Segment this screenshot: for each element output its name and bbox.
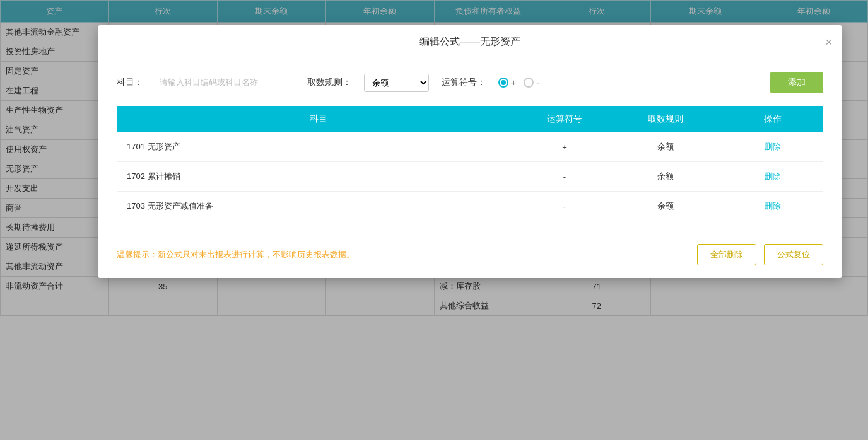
modal-title: 编辑公式——无形资产 xyxy=(419,35,520,49)
formula-table-row: 1701 无形资产 + 余额 删除 xyxy=(117,132,823,162)
delete-all-button[interactable]: 全部删除 xyxy=(697,244,756,265)
footer-buttons: 全部删除 公式复位 xyxy=(697,244,823,265)
radio-plus-label: + xyxy=(511,78,516,88)
edit-formula-modal: 编辑公式——无形资产 × 科目： 取数规则： 余额 借方 贷方 借方发生额 贷方… xyxy=(98,25,842,278)
rule-select[interactable]: 余额 借方 贷方 借方发生额 贷方发生额 xyxy=(364,74,429,92)
delete-link-0[interactable]: 删除 xyxy=(765,142,781,151)
modal-header: 编辑公式——无形资产 × xyxy=(98,25,842,59)
add-button[interactable]: 添加 xyxy=(770,72,823,93)
formula-operator-cell: - xyxy=(520,192,609,221)
table-header-row: 科目 运算符号 取数规则 操作 xyxy=(117,106,823,132)
footer-tip: 温馨提示：新公式只对未出报表进行计算，不影响历史报表数据。 xyxy=(117,249,355,260)
formula-subject-cell: 1701 无形资产 xyxy=(117,132,520,162)
formula-rule-cell: 余额 xyxy=(609,132,722,162)
formula-operator-cell: - xyxy=(520,162,609,192)
formula-rule-cell: 余额 xyxy=(609,192,722,221)
modal-close-button[interactable]: × xyxy=(825,37,832,48)
formula-table: 科目 运算符号 取数规则 操作 1701 无形资产 + 余额 删除 1702 累… xyxy=(117,106,823,221)
formula-action-cell: 删除 xyxy=(722,162,823,192)
delete-link-1[interactable]: 删除 xyxy=(765,171,781,181)
operator-radio-group: + - xyxy=(498,78,539,88)
formula-action-cell: 删除 xyxy=(722,132,823,162)
delete-link-2[interactable]: 删除 xyxy=(765,201,781,211)
rule-select-group: 余额 借方 贷方 借方发生额 贷方发生额 xyxy=(364,74,429,92)
th-rule: 取数规则 xyxy=(609,106,722,132)
th-subject: 科目 xyxy=(117,106,520,132)
radio-plus-circle xyxy=(498,78,508,88)
formula-operator-cell: + xyxy=(520,132,609,162)
radio-plus[interactable]: + xyxy=(498,78,516,88)
formula-form: 科目： 取数规则： 余额 借方 贷方 借方发生额 贷方发生额 运算符号： + -… xyxy=(98,59,842,106)
radio-minus-circle xyxy=(524,78,534,88)
th-action: 操作 xyxy=(722,106,823,132)
formula-table-wrapper: 科目 运算符号 取数规则 操作 1701 无形资产 + 余额 删除 1702 累… xyxy=(117,106,823,221)
subject-input[interactable] xyxy=(156,75,295,90)
reset-formula-button[interactable]: 公式复位 xyxy=(764,244,823,265)
radio-minus[interactable]: - xyxy=(524,78,539,88)
operator-label: 运算符号： xyxy=(442,77,486,88)
formula-table-row: 1703 无形资产减值准备 - 余额 删除 xyxy=(117,192,823,221)
rule-label: 取数规则： xyxy=(307,77,351,88)
modal-footer: 温馨提示：新公式只对未出报表进行计算，不影响历史报表数据。 全部删除 公式复位 xyxy=(98,234,842,265)
formula-action-cell: 删除 xyxy=(722,192,823,221)
radio-minus-label: - xyxy=(536,78,539,88)
formula-subject-cell: 1703 无形资产减值准备 xyxy=(117,192,520,221)
th-operator: 运算符号 xyxy=(520,106,609,132)
formula-table-row: 1702 累计摊销 - 余额 删除 xyxy=(117,162,823,192)
formula-rule-cell: 余额 xyxy=(609,162,722,192)
formula-subject-cell: 1702 累计摊销 xyxy=(117,162,520,192)
subject-label: 科目： xyxy=(117,77,143,88)
